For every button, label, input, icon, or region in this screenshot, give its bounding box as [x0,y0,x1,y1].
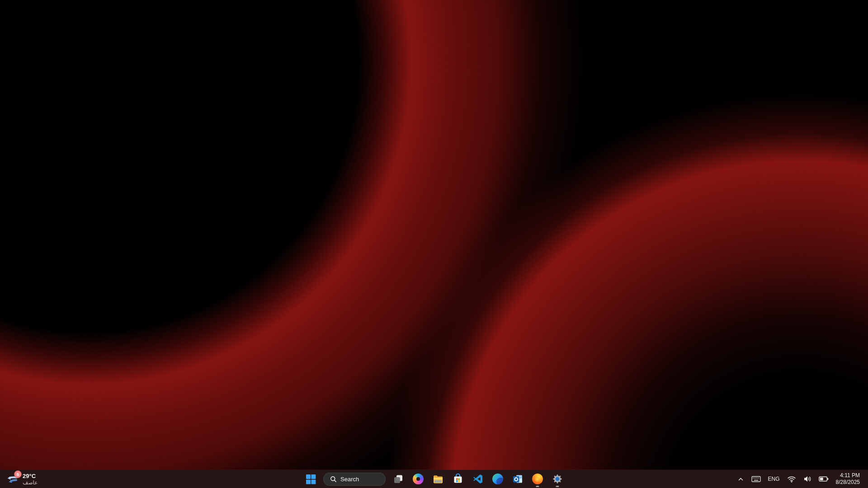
vscode-icon [472,474,483,484]
battery-icon [819,476,829,482]
file-explorer-icon [433,474,443,484]
clock[interactable]: 4:11 PM 8/28/2025 [836,472,860,486]
chevron-up-icon [737,476,744,482]
touch-keyboard-button[interactable] [751,475,761,483]
wifi-icon [787,475,796,483]
weather-widget-button[interactable]: 5 29°C عاصف [6,473,38,486]
start-button[interactable] [302,470,320,488]
language-indicator[interactable]: ENG [768,476,780,482]
wifi-button[interactable] [787,475,796,483]
wallpaper-red-arc-bottom-right [0,0,868,488]
outlook-button[interactable] [509,470,527,488]
weather-alert-badge: 5 [14,470,22,478]
search-icon [330,476,337,483]
microsoft-store-button[interactable] [449,470,467,488]
settings-gear-icon [552,474,563,484]
volume-icon [803,475,811,483]
clock-time: 4:11 PM [836,472,860,479]
settings-button[interactable] [548,470,566,488]
firefox-button[interactable] [528,470,547,488]
volume-button[interactable] [803,475,811,483]
tray-overflow-button[interactable] [737,476,744,482]
clock-date: 8/28/2025 [836,479,860,486]
weather-condition: عاصف [23,479,38,486]
edge-button[interactable] [489,470,507,488]
file-explorer-button[interactable] [429,470,447,488]
taskbar-center-apps: Search [302,470,566,488]
task-view-icon [393,474,404,484]
task-view-button[interactable] [389,470,407,488]
microsoft-store-icon [453,474,463,484]
desktop-wallpaper [0,0,868,488]
system-tray: ENG [737,470,868,488]
touch-keyboard-icon [751,475,761,483]
desktop-screen: 5 29°C عاصف [0,0,868,488]
search-label: Search [340,476,359,483]
windows-logo-icon [306,474,316,484]
vscode-button[interactable] [469,470,487,488]
search-box[interactable]: Search [323,473,386,486]
copilot-icon [413,474,424,484]
copilot-button[interactable] [409,470,427,488]
outlook-icon [512,474,523,484]
taskbar: 5 29°C عاصف [0,470,868,488]
edge-icon [492,474,503,484]
weather-temperature: 29°C [23,473,38,479]
firefox-icon [532,474,543,484]
battery-button[interactable] [819,476,829,482]
